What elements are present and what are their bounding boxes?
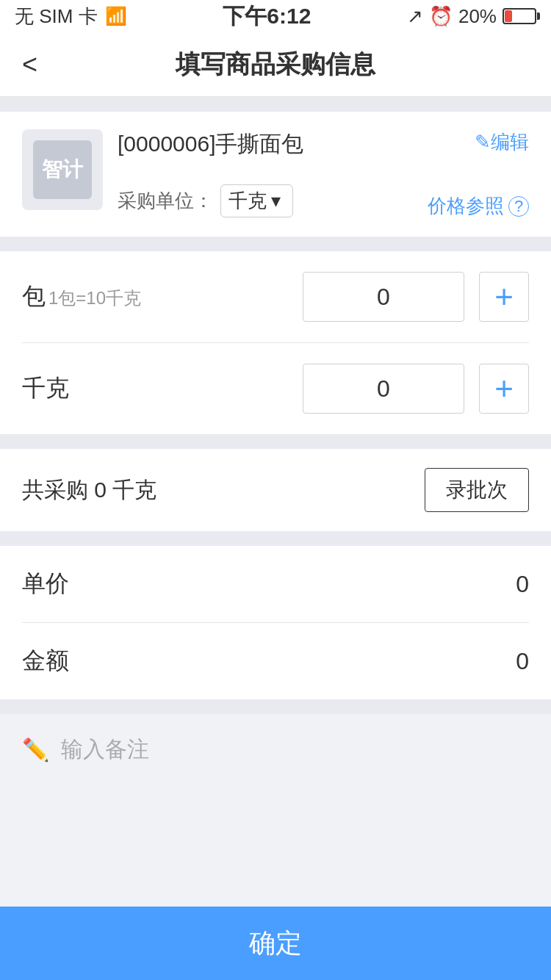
product-name: [0000006]手撕面包 — [118, 129, 303, 159]
product-image-inner: 智计 — [33, 140, 92, 199]
batch-button[interactable]: 录批次 — [425, 468, 529, 512]
confirm-bar[interactable]: 确定 — [0, 907, 551, 980]
package-label: 包1包=10千克 — [22, 281, 141, 313]
battery-fill — [505, 10, 513, 22]
kg-input-row: 千克 + — [0, 343, 551, 434]
product-details: [0000006]手撕面包 ✎编辑 采购单位： 千克 ▾ 价格参照 ? — [103, 129, 529, 219]
price-ref-icon: ? — [508, 196, 529, 217]
edit-button[interactable]: ✎编辑 — [475, 129, 529, 155]
amount-label: 金额 — [22, 645, 69, 677]
battery-icon — [503, 8, 536, 24]
confirm-button[interactable]: 确定 — [249, 926, 302, 962]
status-left: 无 SIM 卡 📶 — [15, 4, 127, 29]
unit-label: 采购单位： — [118, 188, 213, 214]
summary-text: 共采购 0 千克 — [22, 475, 156, 505]
notes-placeholder: 输入备注 — [61, 735, 149, 765]
price-ref-button[interactable]: 价格参照 ? — [428, 193, 529, 219]
product-image: 智计 — [22, 129, 103, 210]
alarm-icon: ⏰ — [429, 5, 453, 28]
amount-value: 0 — [516, 648, 529, 675]
package-sub: 1包=10千克 — [48, 288, 141, 308]
pencil-icon: ✏️ — [22, 737, 49, 763]
package-input[interactable] — [303, 272, 464, 322]
location-icon: ↗ — [407, 5, 423, 28]
product-card: 智计 [0000006]手撕面包 ✎编辑 采购单位： 千克 ▾ 价格参照 ? — [0, 112, 551, 237]
top-divider — [0, 97, 551, 112]
status-bar: 无 SIM 卡 📶 下午6:12 ↗ ⏰ 20% — [0, 0, 551, 32]
status-right: ↗ ⏰ 20% — [407, 5, 536, 28]
nav-bar: < 填写商品采购信息 — [0, 32, 551, 97]
package-plus-button[interactable]: + — [479, 272, 529, 322]
amount-row: 金额 0 — [0, 623, 551, 699]
kg-plus-button[interactable]: + — [479, 364, 529, 414]
dropdown-arrow: ▾ — [271, 190, 281, 212]
back-button[interactable]: < — [22, 49, 37, 80]
unit-value: 千克 — [228, 188, 267, 214]
carrier-label: 无 SIM 卡 — [15, 4, 98, 29]
unit-price-value: 0 — [516, 571, 529, 598]
unit-price-label: 单价 — [22, 568, 69, 600]
time-label: 下午6:12 — [223, 1, 311, 32]
summary-row: 共采购 0 千克 录批次 — [0, 449, 551, 531]
mid-divider-3 — [0, 531, 551, 546]
wifi-icon: 📶 — [105, 6, 127, 26]
kg-input[interactable] — [303, 364, 464, 414]
battery-percent: 20% — [458, 5, 497, 28]
mid-divider-2 — [0, 434, 551, 449]
mid-divider-4 — [0, 699, 551, 714]
mid-divider-1 — [0, 237, 551, 251]
package-input-row: 包1包=10千克 + — [0, 251, 551, 342]
unit-select[interactable]: 千克 ▾ — [220, 184, 293, 217]
kg-label: 千克 — [22, 372, 81, 405]
page-title: 填写商品采购信息 — [176, 48, 375, 82]
unit-row: 采购单位： 千克 ▾ — [118, 184, 293, 217]
pricing-section: 单价 0 金额 0 — [0, 546, 551, 699]
unit-price-row: 单价 0 — [0, 546, 551, 622]
price-ref-label: 价格参照 — [428, 193, 504, 219]
notes-section[interactable]: ✏️ 输入备注 — [0, 714, 551, 785]
input-section: 包1包=10千克 + 千克 + — [0, 251, 551, 434]
